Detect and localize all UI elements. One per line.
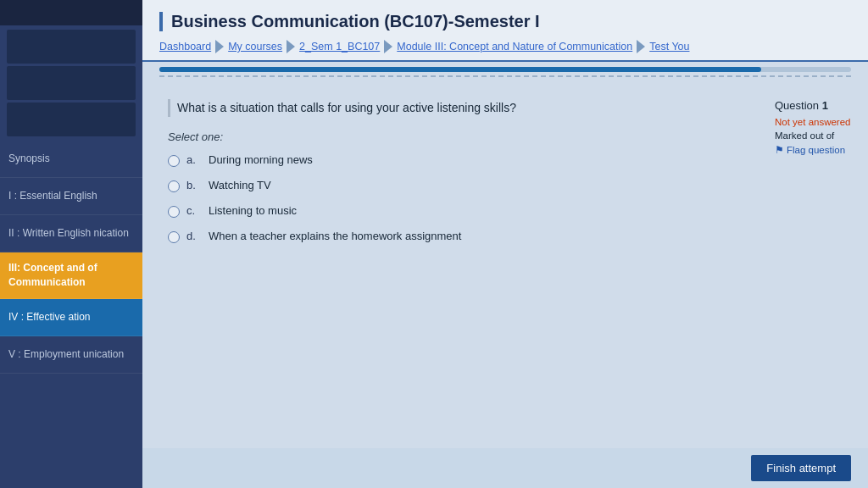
dark-block-3 <box>7 103 136 136</box>
breadcrumb-test[interactable]: Test You <box>649 41 689 53</box>
option-b[interactable]: b. Watching TV <box>168 179 746 192</box>
finish-attempt-button[interactable]: Finish attempt <box>751 455 851 481</box>
option-d[interactable]: d. When a teacher explains the homework … <box>168 230 746 243</box>
content-wrapper: What is a situation that calls for using… <box>142 82 868 448</box>
option-a[interactable]: a. During morning news <box>168 153 746 167</box>
side-panel: Question 1 Not yet answered Marked out o… <box>766 91 868 448</box>
page-title: Business Communication (BC107)-Semester … <box>159 12 851 31</box>
option-b-text: Watching TV <box>209 179 271 191</box>
radio-b[interactable] <box>168 180 180 192</box>
sidebar-item-concept-communication[interactable]: III: Concept and of Communication <box>0 252 142 299</box>
sidebar: Synopsis I : Essential English II : Writ… <box>0 0 142 488</box>
sidebar-item-synopsis[interactable]: Synopsis <box>0 141 142 178</box>
sidebar-top-block <box>0 0 142 25</box>
marked-out-text: Marked out of <box>775 130 860 141</box>
question-area: What is a situation that calls for using… <box>142 91 766 448</box>
dark-block-2 <box>7 66 136 100</box>
option-a-text: During morning news <box>209 153 313 166</box>
question-status: Not yet answered <box>775 117 860 127</box>
sidebar-item-employment[interactable]: V : Employment unication <box>0 336 142 374</box>
option-c[interactable]: c. Listening to music <box>168 204 746 218</box>
sidebar-item-written-english[interactable]: II : Written English nication <box>0 215 142 252</box>
breadcrumb-arrow-2 <box>287 40 295 53</box>
radio-c[interactable] <box>168 206 180 218</box>
breadcrumb-arrow-3 <box>384 40 392 53</box>
progress-bar-fill <box>159 67 761 72</box>
question-number-label: Question 1 <box>775 99 860 112</box>
radio-a[interactable] <box>168 155 180 167</box>
breadcrumb-module[interactable]: Module III: Concept and Nature of Commun… <box>397 41 632 53</box>
sidebar-dark-blocks <box>0 25 142 141</box>
select-one-label: Select one: <box>168 130 746 143</box>
breadcrumb-arrow-4 <box>637 40 645 53</box>
option-b-letter: b. <box>186 179 202 191</box>
sidebar-item-essential-english[interactable]: I : Essential English <box>0 178 142 215</box>
option-a-letter: a. <box>186 153 202 166</box>
options-list: a. During morning news b. Watching TV c.… <box>168 153 746 243</box>
breadcrumb-arrow-1 <box>215 40 224 53</box>
question-text: What is a situation that calls for using… <box>168 99 746 117</box>
header: Business Communication (BC107)-Semester … <box>142 0 868 62</box>
dark-block-1 <box>7 30 136 64</box>
breadcrumb-dashboard[interactable]: Dashboard <box>159 41 211 53</box>
flag-label: Flag question <box>787 145 845 155</box>
flag-question[interactable]: ⚑ Flag question <box>775 144 860 156</box>
breadcrumb-my-courses[interactable]: My courses <box>228 41 282 53</box>
dashed-separator <box>159 75 851 77</box>
radio-d[interactable] <box>168 231 180 243</box>
option-c-letter: c. <box>186 204 202 217</box>
breadcrumb: Dashboard My courses 2_Sem 1_BC107 Modul… <box>159 40 851 53</box>
option-c-text: Listening to music <box>209 204 297 217</box>
question-number-value: 1 <box>822 99 828 112</box>
footer: Finish attempt <box>142 448 868 488</box>
flag-icon: ⚑ <box>775 144 784 156</box>
option-d-letter: d. <box>186 230 202 242</box>
sidebar-item-effective-communication[interactable]: IV : Effective ation <box>0 299 142 336</box>
progress-bar-background <box>159 67 851 72</box>
main-content: Business Communication (BC107)-Semester … <box>142 0 868 488</box>
breadcrumb-sem[interactable]: 2_Sem 1_BC107 <box>299 41 380 53</box>
progress-area <box>142 62 868 75</box>
option-d-text: When a teacher explains the homework ass… <box>209 230 461 242</box>
